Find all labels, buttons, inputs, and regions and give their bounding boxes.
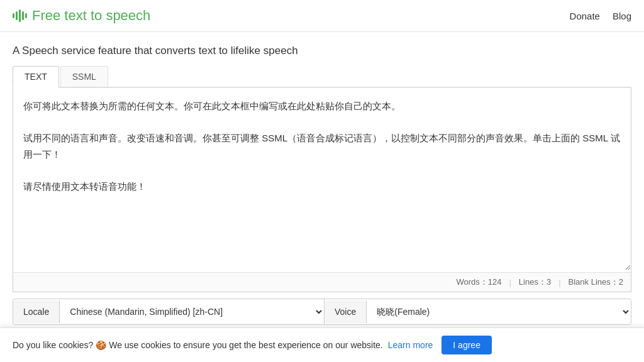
voice-select[interactable]: 晓晓(Female)云希(Male)云扬(Male) xyxy=(367,300,631,324)
logo-icon xyxy=(13,9,27,22)
cookie-banner: Do you like cookies? 🍪 We use cookies to… xyxy=(0,327,644,331)
stat-divider-1: | xyxy=(509,278,511,287)
stat-divider-2: | xyxy=(558,278,560,287)
words-stat: Words：124 xyxy=(456,277,501,288)
main-content: A Speech service feature that converts t… xyxy=(0,32,644,331)
donate-link[interactable]: Donate xyxy=(570,11,600,21)
controls-bar: Locale Chinese (Mandarin, Simplified) [z… xyxy=(13,299,631,325)
tab-ssml[interactable]: SSML xyxy=(60,66,108,87)
locale-select[interactable]: Chinese (Mandarin, Simplified) [zh-CN]En… xyxy=(60,300,324,324)
textarea-container: Words：124 | Lines：3 | Blank Lines：2 xyxy=(13,88,631,292)
text-input[interactable] xyxy=(13,88,631,270)
blog-link[interactable]: Blog xyxy=(613,11,631,21)
locale-label: Locale xyxy=(13,300,60,323)
page-subtitle: A Speech service feature that converts t… xyxy=(13,45,631,57)
voice-label: Voice xyxy=(325,300,367,323)
tab-bar: TEXT SSML xyxy=(13,66,631,88)
header-nav: Donate Blog xyxy=(570,11,631,21)
logo-area: Free text to speech xyxy=(13,8,150,24)
tab-text[interactable]: TEXT xyxy=(13,66,59,88)
textarea-footer: Words：124 | Lines：3 | Blank Lines：2 xyxy=(13,272,631,292)
blank-lines-stat: Blank Lines：2 xyxy=(569,277,623,288)
lines-stat: Lines：3 xyxy=(519,277,551,288)
logo-text: Free text to speech xyxy=(32,8,150,24)
header: Free text to speech Donate Blog xyxy=(0,0,644,32)
